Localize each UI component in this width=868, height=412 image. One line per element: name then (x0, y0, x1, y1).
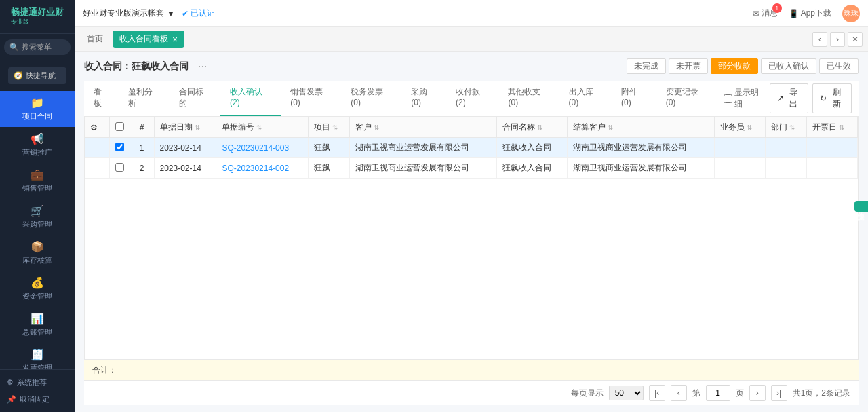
sidebar-item-label: 库存核算 (22, 255, 52, 265)
purchase-icon: 🛒 (31, 204, 44, 217)
status-btn-effective[interactable]: 已生效 (819, 58, 859, 74)
row-salesman-2 (714, 158, 765, 179)
export-icon: ↗ (777, 94, 784, 103)
sidebar-logo: 畅捷通好业财 专业版 (0, 0, 75, 34)
data-table: ⚙ # 单据日期⇅ 单据编号⇅ 项目⇅ (85, 117, 858, 179)
status-btn-incomplete[interactable]: 未完成 (627, 58, 666, 74)
search-menu-button[interactable]: 🔍 搜索菜单 (4, 39, 71, 55)
sidebar-item-invoice[interactable]: 🧾 发票管理 (0, 343, 75, 369)
side-quick-action[interactable]: 快捷操作 (854, 201, 868, 212)
page-last-button[interactable]: ›| (771, 385, 787, 401)
show-detail-checkbox[interactable] (724, 94, 732, 103)
subtab-target[interactable]: 合同标的 (170, 81, 220, 116)
tab-home[interactable]: 首页 (80, 31, 110, 48)
doc-link-2[interactable]: SQ-20230214-002 (222, 164, 289, 173)
sidebar-item-label: 总账管理 (22, 327, 52, 337)
sidebar-item-inventory[interactable]: 📦 库存核算 (0, 235, 75, 271)
subtab-revenue-confirm[interactable]: 收入确认(2) (220, 81, 281, 116)
sidebar-item-project[interactable]: 📁 项目合同 (0, 91, 75, 127)
sidebar-unpin-item[interactable]: 📌 取消固定 (0, 391, 75, 408)
sidebar-search-area: 🔍 搜索菜单 (0, 34, 75, 60)
row-number-1[interactable]: SQ-20230214-003 (216, 138, 309, 158)
subtab-payment[interactable]: 收付款(2) (446, 81, 498, 116)
settings-gear-icon[interactable]: ⚙ (90, 123, 98, 132)
sidebar-item-sales[interactable]: 💼 销售管理 (0, 163, 75, 199)
th-customer[interactable]: 客户⇅ (349, 117, 496, 138)
total-label: 合计： (92, 365, 117, 375)
page-prev-button[interactable]: ‹ (671, 385, 687, 401)
data-table-container: ⚙ # 单据日期⇅ 单据编号⇅ 项目⇅ (84, 117, 859, 360)
subtab-changes[interactable]: 变更记录(0) (656, 81, 717, 116)
search-menu-label: 搜索菜单 (22, 42, 52, 52)
table-row[interactable]: 2 2023-02-14 SQ-20230214-002 狂飙 湖南卫视商业运营… (85, 158, 858, 179)
download-button[interactable]: 📱 App下载 (789, 7, 831, 19)
row-checkbox (109, 158, 130, 179)
refresh-button[interactable]: ↻ 刷新 (812, 83, 852, 113)
subtab-attachment[interactable]: 附件(0) (612, 81, 656, 116)
row-number-2[interactable]: SQ-20230214-002 (216, 158, 309, 179)
th-department[interactable]: 部门⇅ (766, 117, 807, 138)
page-first-button[interactable]: |‹ (649, 385, 665, 401)
select-all-checkbox[interactable] (115, 122, 124, 131)
search-icon: 🔍 (9, 43, 19, 52)
sidebar-item-finance[interactable]: 💰 资金管理 (0, 271, 75, 307)
per-page-select[interactable]: 50 100 200 (609, 386, 644, 400)
tab-next-button[interactable]: › (830, 32, 845, 47)
subtab-profit[interactable]: 盈利分析 (119, 81, 170, 116)
subtab-warehouse[interactable]: 出入库(0) (559, 81, 612, 116)
pin-icon: 📌 (7, 395, 16, 404)
sort-opendate-icon: ⇅ (839, 124, 844, 131)
sidebar-system-item[interactable]: ⚙ 系统推荐 (0, 374, 75, 391)
doc-link-1[interactable]: SQ-20230214-003 (222, 143, 289, 153)
th-date[interactable]: 单据日期⇅ (154, 117, 216, 138)
row-date-2: 2023-02-14 (154, 158, 216, 179)
avatar: 珠珠 (842, 5, 860, 22)
tab-close-icon[interactable]: × (172, 35, 178, 44)
th-settle-customer[interactable]: 结算客户⇅ (568, 117, 715, 138)
sidebar-item-label: 发票管理 (22, 363, 52, 369)
sort-dept-icon: ⇅ (789, 124, 795, 131)
row-select-2[interactable] (115, 163, 124, 172)
row-dept-1 (766, 138, 807, 158)
row-checkbox (109, 138, 130, 158)
tab-contract-board[interactable]: 收入合同看板 × (113, 31, 184, 48)
sidebar-item-purchase[interactable]: 🛒 采购管理 (0, 199, 75, 235)
tab-close-all-button[interactable]: ✕ (848, 32, 863, 47)
subtab-purchase[interactable]: 采购(0) (401, 81, 446, 116)
th-contract[interactable]: 合同名称⇅ (496, 117, 567, 138)
th-open-date[interactable]: 开票日⇅ (806, 117, 857, 138)
subtab-tax-invoice[interactable]: 税务发票(0) (341, 81, 401, 116)
page-number-input[interactable]: 1 (706, 385, 730, 401)
row-select-1[interactable] (115, 143, 124, 151)
sidebar-item-ledger[interactable]: 📊 总账管理 (0, 307, 75, 343)
row-contract-1: 狂飙收入合同 (496, 138, 567, 158)
status-btn-partial[interactable]: 部分收款 (711, 58, 758, 74)
th-salesman[interactable]: 业务员⇅ (714, 117, 765, 138)
status-btn-uninvoiced[interactable]: 未开票 (669, 58, 708, 74)
settings-icon: ⚙ (7, 378, 14, 387)
quick-nav-button[interactable]: 🧭 快捷导航 (8, 67, 66, 84)
mobile-icon: 📱 (789, 9, 799, 18)
finance-icon: 💰 (31, 276, 44, 289)
table-row[interactable]: 1 2023-02-14 SQ-20230214-003 狂飙 湖南卫视商业运营… (85, 138, 858, 158)
th-project[interactable]: 项目⇅ (309, 117, 350, 138)
row-customer-1: 湖南卫视商业运营发展有限公司 (349, 138, 496, 158)
th-number[interactable]: 单据编号⇅ (216, 117, 309, 138)
company-selector[interactable]: 好业财专业版演示帐套 ▼ (83, 7, 175, 19)
tab-prev-button[interactable]: ‹ (812, 32, 827, 47)
message-badge: 1 (772, 3, 782, 13)
row-settle-1: 湖南卫视商业运营发展有限公司 (568, 138, 715, 158)
page-next-button[interactable]: › (749, 385, 766, 401)
subtab-other-income[interactable]: 其他收支(0) (498, 81, 559, 116)
subtab-board[interactable]: 看板 (84, 81, 119, 116)
export-button[interactable]: ↗ 导出 (770, 83, 809, 113)
invoice-icon: 🧾 (31, 348, 44, 361)
sidebar-item-marketing[interactable]: 📢 营销推广 (0, 127, 75, 163)
status-btn-confirmed[interactable]: 已收入确认 (761, 58, 816, 74)
subtab-sales-invoice[interactable]: 销售发票(0) (281, 81, 341, 116)
user-avatar[interactable]: 珠珠 (842, 5, 860, 22)
message-button[interactable]: ✉ 消息 1 (753, 7, 778, 19)
sort-date-icon: ⇅ (195, 124, 200, 131)
topbar: 好业财专业版演示帐套 ▼ ✔ 已认证 ✉ 消息 1 📱 App下载 珠珠 (75, 0, 868, 27)
more-options-button[interactable]: ··· (195, 60, 210, 73)
